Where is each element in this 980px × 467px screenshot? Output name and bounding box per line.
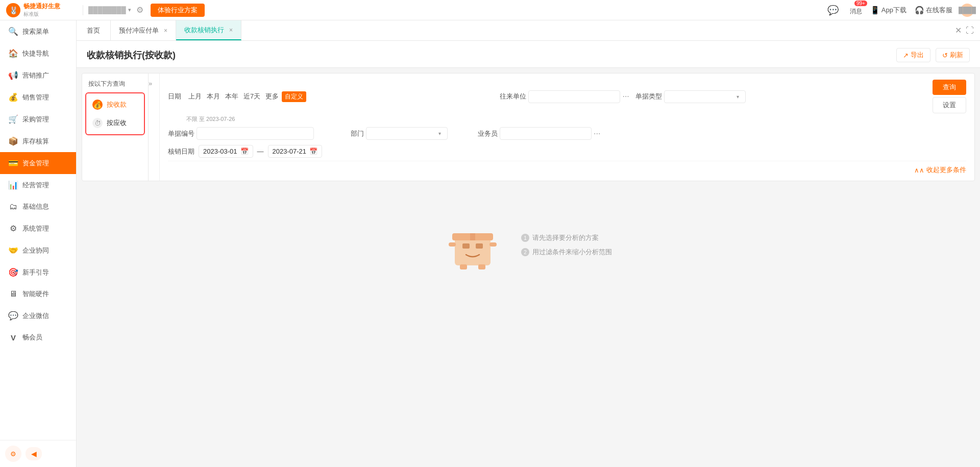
sidebar-item-finance[interactable]: 💳 资金管理 [0, 152, 76, 174]
staff-input[interactable] [500, 127, 592, 140]
date-this-month[interactable]: 本月 [205, 91, 222, 102]
member-icon: V [8, 333, 18, 342]
staff-dots[interactable]: ··· [594, 129, 600, 138]
sidebar-item-quick-nav[interactable]: 🏠 快捷导航 [0, 42, 76, 64]
page-header: 收款核销执行(按收款) ↗ 导出 ↺ 刷新 [77, 41, 980, 68]
writeoff-date-end-input[interactable]: 2023-07-21 📅 [268, 145, 323, 158]
export-icon: ↗ [903, 52, 909, 59]
dept-label: 部门 [351, 129, 364, 138]
date-more[interactable]: 更多 [263, 91, 281, 102]
hint-num-1: 1 [521, 234, 529, 242]
svg-rect-8 [489, 242, 497, 247]
filter-row-2: 单据编号 部门 ▾ 业务员 [168, 127, 966, 140]
svg-rect-7 [449, 242, 456, 247]
sidebar-item-wechat[interactable]: 💬 企业微信 [0, 305, 76, 327]
sidebar: 🔍 搜索菜单 🏠 快捷导航 📢 营销推广 💰 销售管理 🛒 采购管理 📦 库存核… [0, 20, 77, 467]
date-last-month[interactable]: 上月 [186, 91, 204, 102]
home-icon: 🏠 [8, 48, 18, 58]
main-layout: 🔍 搜索菜单 🏠 快捷导航 📢 营销推广 💰 销售管理 🛒 采购管理 📦 库存核… [0, 20, 980, 467]
setting-button[interactable]: 设置 [933, 97, 966, 113]
tab-close-prepay[interactable]: × [164, 27, 167, 34]
tab-prepay-offset[interactable]: 预付冲应付单 × [111, 20, 176, 40]
messages-button[interactable]: 💬 99+ 消息 [827, 5, 862, 16]
voucher-no-input[interactable] [197, 127, 314, 140]
messages-label: 消息 [850, 8, 862, 15]
sidebar-collapse-button[interactable]: ◀ [26, 447, 42, 460]
solution-button[interactable]: 体验行业方案 [151, 4, 205, 17]
filter-option-by-receivable[interactable]: ⏱ 按应收 [86, 114, 144, 132]
receipt-icon: 💰 [92, 100, 103, 110]
refresh-icon: ↺ [942, 52, 948, 59]
tab-home[interactable]: 首页 [77, 20, 111, 40]
tabbar: 首页 预付冲应付单 × 收款核销执行 × ✕ ⛶ [77, 20, 980, 41]
date-quick-options: 上月 本月 本年 近7天 更多 自定义 [186, 91, 306, 102]
user-avatar[interactable]: ████ [961, 4, 974, 17]
voucher-type-select[interactable] [664, 90, 746, 103]
content-area: 首页 预付冲应付单 × 收款核销执行 × ✕ ⛶ 收款核销执行(按收款) [77, 20, 980, 467]
company-selector[interactable]: ████████ ▾ [88, 6, 131, 14]
tab-receivable-offset[interactable]: 收款核销执行 × [176, 20, 241, 40]
filter-row-3: 核销日期 2023-03-01 📅 — 2023-07-21 📅 [168, 145, 966, 158]
writeoff-date-end-value: 2023-07-21 [273, 148, 307, 155]
query-button[interactable]: 查询 [933, 80, 966, 95]
counterparty-label: 往来单位 [500, 92, 526, 101]
page-content: 收款核销执行(按收款) ↗ 导出 ↺ 刷新 按以下 [77, 41, 980, 467]
tab-expand-icon[interactable]: ⛶ [966, 26, 974, 35]
voucher-no-field: 单据编号 [168, 127, 314, 140]
logo-text: 畅捷通好生意 标准版 [23, 2, 60, 18]
sales-icon: 💰 [8, 92, 18, 102]
dept-select[interactable] [366, 127, 448, 140]
sidebar-item-label: 企业协同 [22, 246, 49, 255]
app-download-btn[interactable]: 📱 App下载 [870, 6, 906, 15]
filter-option-by-receipt[interactable]: 💰 按收款 [86, 95, 144, 114]
writeoff-date-start-input[interactable]: 2023-03-01 📅 [199, 145, 253, 158]
sidebar-item-marketing[interactable]: 📢 营销推广 [0, 64, 76, 86]
sidebar-item-label: 新手引导 [22, 268, 49, 277]
sidebar-item-label: 企业微信 [22, 311, 49, 321]
sidebar-item-inventory[interactable]: 📦 库存核算 [0, 130, 76, 152]
empty-state: 1 请先选择要分析的方案 2 用过滤条件来缩小分析范围 [77, 186, 980, 304]
sidebar-item-search[interactable]: 🔍 搜索菜单 [0, 20, 76, 42]
date-custom-badge[interactable]: 自定义 [282, 91, 306, 102]
date-this-year[interactable]: 本年 [223, 91, 240, 102]
sidebar-gear-button[interactable]: ⚙ [5, 446, 21, 462]
svg-rect-6 [478, 264, 485, 269]
sidebar-item-basics[interactable]: 🗂 基础信息 [0, 196, 76, 217]
date-7-days[interactable]: 近7天 [241, 91, 262, 102]
sidebar-item-member[interactable]: V 畅会员 [0, 327, 76, 348]
sidebar-item-purchase[interactable]: 🛒 采购管理 [0, 108, 76, 130]
business-icon: 📊 [8, 180, 18, 190]
sidebar-item-business[interactable]: 📊 经营管理 [0, 174, 76, 196]
sidebar-item-label: 快捷导航 [22, 49, 49, 58]
counterparty-dots[interactable]: ··· [622, 92, 629, 101]
collapse-more-icon: ∧∧ [914, 166, 924, 174]
query-btn-group: 查询 设置 [933, 80, 966, 113]
filter-main: 日期 上月 本月 本年 近7天 更多 自定义 [160, 73, 974, 181]
filter-collapse-btn[interactable]: » [149, 73, 160, 181]
sidebar-item-label: 库存核算 [22, 137, 49, 146]
hint-text-1: 请先选择要分析的方案 [532, 233, 599, 242]
tab-close-all-icon[interactable]: ✕ [955, 26, 962, 35]
sidebar-item-guide[interactable]: 🎯 新手引导 [0, 261, 76, 283]
app-logo: 🐰 畅捷通好生意 标准版 [6, 2, 78, 18]
wechat-icon: 💬 [8, 311, 18, 321]
sidebar-item-hardware[interactable]: 🖥 智能硬件 [0, 283, 76, 305]
hardware-icon: 🖥 [8, 289, 18, 299]
empty-hint-1: 1 请先选择要分析的方案 [521, 233, 612, 242]
tab-close-receivable[interactable]: × [229, 27, 233, 34]
calendar-end-icon: 📅 [309, 148, 317, 155]
date-label: 日期 [168, 92, 183, 101]
sidebar-item-system[interactable]: ⚙ 系统管理 [0, 217, 76, 239]
sidebar-item-label: 搜索菜单 [22, 27, 49, 36]
sidebar-item-enterprise[interactable]: 🤝 企业协同 [0, 239, 76, 261]
staff-label: 业务员 [478, 129, 498, 138]
gear-icon[interactable]: ⚙ [136, 5, 143, 15]
export-button[interactable]: ↗ 导出 [896, 48, 930, 62]
filter-sidebar-title: 按以下方查询 [85, 79, 145, 92]
sidebar-item-sales[interactable]: 💰 销售管理 [0, 86, 76, 108]
online-service-btn[interactable]: 🎧 在线客服 [915, 6, 952, 15]
counterparty-input[interactable] [528, 90, 620, 103]
page-title: 收款核销执行(按收款) [87, 49, 176, 61]
collapse-more-btn[interactable]: ∧∧ 收起更多条件 [168, 161, 966, 175]
refresh-button[interactable]: ↺ 刷新 [936, 48, 970, 62]
